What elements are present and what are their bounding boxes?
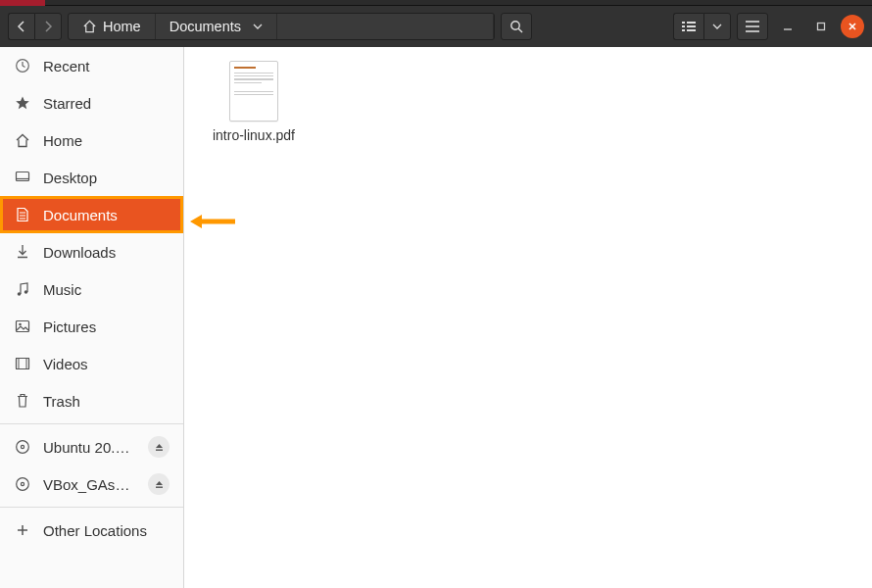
search-button[interactable] (501, 13, 532, 40)
crumb-home-label: Home (103, 19, 141, 34)
maximize-icon (816, 22, 826, 31)
sidebar-item-mount-vbox[interactable]: VBox_GAs_6.… (0, 466, 183, 503)
sidebar-label: Trash (43, 393, 80, 410)
sidebar-item-desktop[interactable]: Desktop (0, 159, 183, 196)
sidebar-label: Downloads (43, 244, 116, 261)
svg-rect-7 (687, 29, 696, 31)
eject-icon (155, 480, 164, 489)
search-icon (509, 20, 523, 33)
hamburger-menu-button[interactable] (737, 13, 768, 40)
close-icon (848, 22, 857, 31)
svg-point-24 (19, 323, 22, 326)
pdf-thumbnail-icon (229, 61, 278, 122)
file-item[interactable]: intro-linux.pdf (200, 57, 308, 148)
svg-rect-2 (682, 22, 685, 24)
svg-point-21 (18, 292, 22, 296)
svg-rect-30 (156, 449, 163, 450)
document-icon (16, 207, 29, 222)
download-icon (16, 244, 29, 260)
home-icon (15, 133, 30, 148)
svg-rect-33 (156, 486, 163, 487)
back-button[interactable] (8, 13, 34, 40)
eject-button[interactable] (148, 436, 170, 458)
sidebar-label: Starred (43, 95, 91, 112)
videos-icon (15, 357, 30, 370)
view-options-button[interactable] (703, 13, 731, 40)
sidebar-item-other-locations[interactable]: Other Locations (0, 512, 183, 549)
sidebar-item-starred[interactable]: Starred (0, 84, 183, 122)
chevron-right-icon (43, 21, 53, 32)
disc-icon (15, 476, 30, 492)
sidebar-label: Ubuntu 20.1… (43, 439, 135, 456)
list-view-button[interactable] (673, 13, 703, 40)
maximize-button[interactable] (807, 22, 835, 31)
svg-rect-16 (17, 172, 29, 181)
svg-point-22 (24, 290, 28, 294)
path-bar: Home Documents (68, 13, 495, 40)
desktop-icon (15, 171, 30, 184)
chevron-down-icon (712, 24, 722, 29)
minimize-button[interactable] (774, 22, 801, 31)
minimize-icon (783, 22, 793, 31)
chevron-left-icon (17, 21, 26, 32)
nav-buttons (8, 13, 62, 40)
view-switcher (673, 13, 731, 40)
eject-icon (155, 443, 164, 452)
sidebar-label: Pictures (43, 318, 96, 335)
svg-rect-25 (17, 359, 29, 369)
crumb-tail[interactable] (277, 14, 494, 39)
sidebar-item-mount-ubuntu[interactable]: Ubuntu 20.1… (0, 428, 183, 466)
clock-icon (15, 58, 30, 74)
star-icon (15, 95, 30, 111)
sidebar-label: Documents (43, 207, 118, 223)
svg-point-0 (511, 22, 519, 29)
header-bar: Home Documents (0, 6, 872, 47)
svg-point-28 (17, 441, 29, 454)
svg-rect-6 (682, 29, 685, 31)
sidebar-item-pictures[interactable]: Pictures (0, 308, 183, 345)
svg-rect-5 (687, 25, 696, 27)
sidebar-label: Music (43, 281, 81, 298)
close-button[interactable] (841, 15, 864, 38)
list-icon (682, 21, 696, 32)
sidebar-label: VBox_GAs_6.… (43, 476, 135, 493)
sidebar-label: Home (43, 132, 82, 149)
svg-point-31 (17, 478, 29, 491)
sidebar-label: Desktop (43, 170, 97, 186)
crumb-documents[interactable]: Documents (156, 14, 277, 39)
sidebar-label: Other Locations (43, 522, 147, 539)
sidebar-label: Recent (43, 58, 90, 74)
sidebar-item-videos[interactable]: Videos (0, 345, 183, 382)
sidebar-item-documents[interactable]: Documents (0, 196, 183, 233)
music-icon (16, 281, 29, 297)
pictures-icon (15, 319, 30, 333)
crumb-home[interactable]: Home (69, 14, 156, 39)
disc-icon (15, 439, 30, 455)
eject-button[interactable] (148, 473, 170, 495)
sidebar-item-recent[interactable]: Recent (0, 47, 183, 84)
sidebar: Recent Starred Home Desktop Documents Do… (0, 47, 184, 588)
svg-rect-12 (818, 24, 825, 30)
svg-rect-23 (17, 321, 29, 332)
svg-point-32 (21, 482, 24, 485)
file-view[interactable]: intro-linux.pdf (184, 47, 872, 588)
sidebar-item-downloads[interactable]: Downloads (0, 233, 183, 270)
crumb-documents-label: Documents (170, 19, 241, 34)
sidebar-item-home[interactable]: Home (0, 122, 183, 159)
sidebar-item-trash[interactable]: Trash (0, 382, 183, 419)
sidebar-label: Videos (43, 356, 88, 372)
svg-rect-26 (17, 359, 20, 369)
plus-icon (16, 523, 29, 537)
trash-icon (16, 393, 29, 409)
dropdown-icon (253, 24, 263, 29)
hamburger-icon (746, 21, 759, 32)
forward-button[interactable] (34, 13, 62, 40)
svg-rect-4 (682, 25, 685, 27)
svg-point-29 (21, 445, 24, 448)
file-name: intro-linux.pdf (213, 127, 295, 144)
svg-rect-27 (26, 359, 29, 369)
svg-rect-3 (687, 22, 696, 24)
home-icon (82, 20, 97, 33)
svg-line-1 (518, 28, 522, 32)
sidebar-item-music[interactable]: Music (0, 270, 183, 308)
